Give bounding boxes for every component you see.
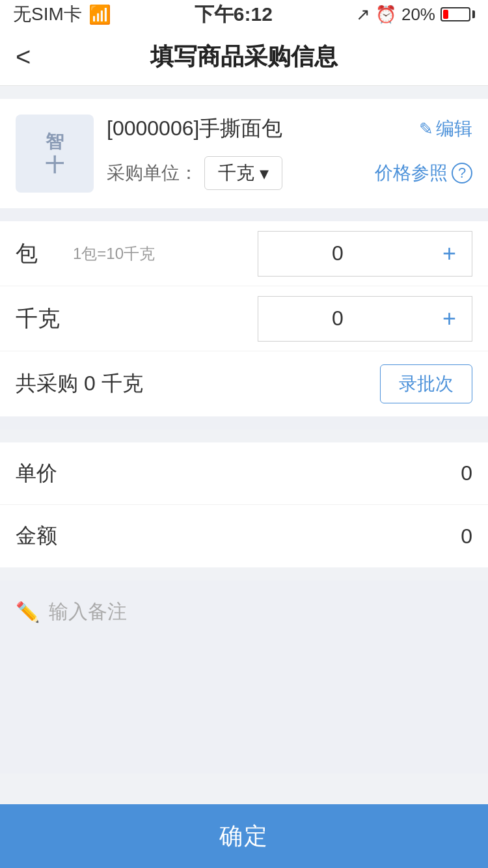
status-right: ↗ ⏰ 20%	[356, 5, 475, 25]
unit-price-value: 0	[461, 461, 472, 485]
product-image: 智 十	[16, 115, 94, 193]
time-label: 下午6:12	[195, 1, 273, 28]
edit-label: 编辑	[436, 116, 472, 141]
kg-input-row: 千克 +	[0, 286, 488, 351]
pencil-icon: ✏️	[16, 601, 40, 623]
confirm-button[interactable]: 确定	[0, 804, 488, 868]
bag-quantity-input[interactable]	[258, 231, 427, 277]
price-reference-button[interactable]: 价格参照 ?	[375, 161, 472, 185]
amount-label: 金额	[16, 522, 57, 550]
price-section: 单价 0 金额 0	[0, 442, 488, 567]
separator-2	[0, 416, 488, 429]
note-placeholder: 输入备注	[49, 599, 127, 625]
content-spacer	[0, 644, 488, 774]
edit-button[interactable]: ✎ 编辑	[419, 116, 472, 141]
back-button[interactable]: <	[16, 42, 31, 72]
batch-record-button[interactable]: 录批次	[380, 364, 472, 403]
unit-value: 千克	[218, 161, 254, 185]
product-name-row: [0000006]手撕面包 ✎ 编辑	[107, 115, 472, 143]
unit-row: 采购单位： 千克 ▾ 价格参照 ?	[107, 156, 472, 190]
battery-body	[441, 7, 470, 21]
battery-cap	[472, 10, 475, 18]
input-section: 包 1包=10千克 + 千克 +	[0, 221, 488, 351]
carrier-label: 无SIM卡	[13, 2, 82, 27]
separator-1	[0, 208, 488, 221]
bag-input-row: 包 1包=10千克 +	[0, 221, 488, 286]
unit-price-row: 单价 0	[0, 442, 488, 505]
product-logo: 智 十	[46, 130, 64, 178]
bag-plus-button[interactable]: +	[427, 231, 472, 277]
bag-input-controls: +	[258, 231, 472, 277]
battery-fill	[443, 10, 448, 19]
product-card: 智 十 [0000006]手撕面包 ✎ 编辑 采购单位： 千克 ▾	[0, 99, 488, 208]
unit-prefix-label: 采购单位：	[107, 161, 198, 185]
kg-input-controls: +	[258, 296, 472, 342]
kg-quantity-input[interactable]	[258, 296, 427, 342]
unit-price-label: 单价	[16, 459, 57, 488]
alarm-icon: ⏰	[375, 5, 396, 25]
edit-icon: ✎	[419, 119, 433, 139]
unit-select[interactable]: 千克 ▾	[204, 156, 282, 190]
amount-value: 0	[461, 524, 472, 549]
product-info: [0000006]手撕面包 ✎ 编辑 采购单位： 千克 ▾ 价格参照 ?	[107, 115, 472, 190]
kg-plus-button[interactable]: +	[427, 296, 472, 342]
product-name: [0000006]手撕面包	[107, 115, 282, 143]
battery-indicator	[441, 7, 475, 21]
info-icon: ?	[452, 163, 472, 183]
battery-percent: 20%	[401, 5, 435, 25]
location-icon: ↗	[356, 5, 370, 25]
page-title: 填写商品采购信息	[150, 41, 338, 73]
bag-sub-label: 1包=10千克	[73, 243, 258, 264]
kg-label: 千克	[16, 304, 68, 334]
summary-row: 共采购 0 千克 录批次	[0, 351, 488, 416]
chevron-down-icon: ▾	[260, 163, 269, 184]
status-bar: 无SIM卡 📶 下午6:12 ↗ ⏰ 20%	[0, 0, 488, 29]
nav-bar: < 填写商品采购信息	[0, 29, 488, 86]
amount-row: 金额 0	[0, 505, 488, 567]
status-left: 无SIM卡 📶	[13, 2, 111, 27]
price-ref-label: 价格参照	[375, 161, 448, 185]
note-section[interactable]: ✏️ 输入备注	[0, 580, 488, 644]
wifi-icon: 📶	[88, 4, 111, 25]
bag-label: 包	[16, 239, 68, 269]
summary-text: 共采购 0 千克	[16, 370, 143, 398]
